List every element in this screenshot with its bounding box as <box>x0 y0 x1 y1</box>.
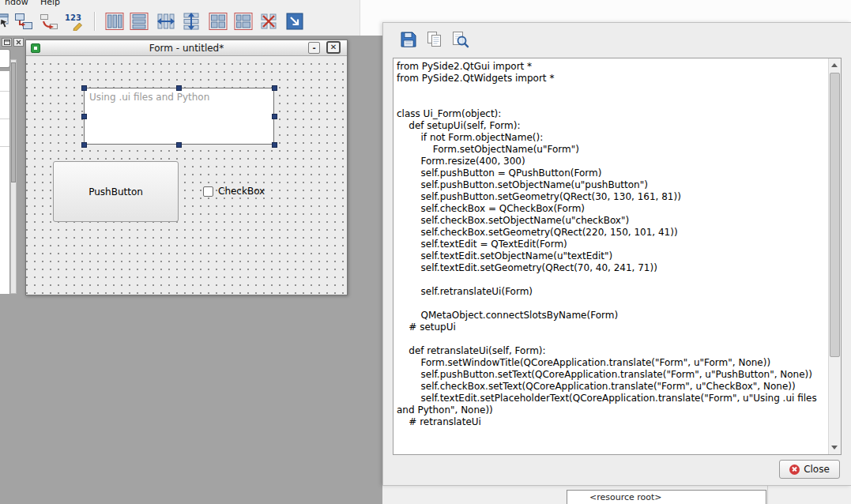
layout-form-icon[interactable] <box>234 12 253 31</box>
scroll-up-icon[interactable] <box>829 58 841 71</box>
form-window-title: Form - untitled* <box>149 43 224 54</box>
selection-handle-sw[interactable] <box>81 142 87 148</box>
widgetbox-list-edge <box>0 71 10 294</box>
close-icon: ✕ <box>330 43 337 51</box>
scrollbar-thumb[interactable] <box>830 73 840 357</box>
svg-text:123: 123 <box>65 13 81 22</box>
selection-handle-w[interactable] <box>81 114 87 119</box>
textedit-widget[interactable]: Using .ui files and Python <box>84 88 274 145</box>
menu-item-help[interactable]: Help <box>40 0 60 7</box>
mdi-area: Form - untitled* - ✕ Using .ui files and… <box>0 36 382 504</box>
list-separator <box>0 146 9 147</box>
widgetbox-filter-input[interactable] <box>0 49 10 68</box>
layout-vertical-icon[interactable] <box>130 12 149 31</box>
panel-divider <box>767 486 768 504</box>
adjust-size-icon[interactable] <box>285 12 304 31</box>
qt-designer-screen: ndow Help 123 <box>0 0 851 504</box>
find-icon[interactable] <box>450 30 469 49</box>
bottom-panel-strip: <resource root> <box>382 486 851 504</box>
edit-tab-order-icon[interactable]: 123 <box>64 12 83 31</box>
window-close-button[interactable]: ✕ <box>326 41 341 54</box>
form-designer-window: Form - untitled* - ✕ Using .ui files and… <box>25 39 348 295</box>
main-toolbar: 123 <box>0 8 360 36</box>
dialog-close-button[interactable]: Close <box>779 460 840 479</box>
close-button-label: Close <box>804 464 830 475</box>
layout-horizontal-splitter-icon[interactable] <box>156 12 175 31</box>
toolbar-separator <box>94 12 95 31</box>
pushbutton-widget[interactable]: PushButton <box>53 161 179 222</box>
selection-handle-se[interactable] <box>272 142 277 148</box>
widgetbox-scrollbar[interactable] <box>10 59 17 294</box>
list-separator <box>0 118 9 119</box>
copy-icon[interactable] <box>425 30 444 49</box>
scrollbar-thumb[interactable] <box>11 62 16 182</box>
code-text: from PySide2.QtGui import * from PySide2… <box>397 61 827 452</box>
selection-handle-e[interactable] <box>272 114 277 119</box>
scroll-down-icon[interactable] <box>829 442 841 454</box>
selection-handle-nw[interactable] <box>81 85 87 91</box>
close-icon <box>16 39 21 45</box>
save-icon[interactable] <box>399 30 418 49</box>
code-view[interactable]: from PySide2.QtGui import * from PySide2… <box>393 58 842 455</box>
form-canvas[interactable]: Using .ui files and Python PushButton Ch… <box>26 57 347 295</box>
layout-grid-icon[interactable] <box>209 12 228 31</box>
edit-widgets-icon[interactable] <box>0 12 11 31</box>
checkbox-label: CheckBox <box>218 186 265 197</box>
break-layout-icon[interactable] <box>259 12 278 31</box>
resource-root-item[interactable]: <resource root> <box>567 490 766 504</box>
form-window-titlebar[interactable]: Form - untitled* - ✕ <box>26 40 347 56</box>
layout-horizontal-icon[interactable] <box>105 12 124 31</box>
close-circle-icon <box>789 465 800 475</box>
pushbutton-label: PushButton <box>88 186 143 197</box>
code-vertical-scrollbar[interactable] <box>828 58 841 454</box>
menubar: ndow Help <box>0 0 360 8</box>
minimize-button[interactable]: - <box>308 42 320 54</box>
edit-signals-slots-icon[interactable] <box>14 12 33 31</box>
list-separator <box>0 91 9 92</box>
selection-handle-ne[interactable] <box>272 85 277 91</box>
minimize-icon: - <box>312 44 315 52</box>
selection-handle-n[interactable] <box>176 85 182 91</box>
designer-form-icon <box>31 43 40 53</box>
layout-vertical-splitter-icon[interactable] <box>182 12 201 31</box>
selection-handle-s[interactable] <box>176 142 182 148</box>
textedit-placeholder: Using .ui files and Python <box>89 92 209 103</box>
dock-close-button[interactable] <box>13 38 24 47</box>
dock-float-button[interactable] <box>2 38 12 47</box>
float-icon <box>4 39 10 45</box>
menu-item-window-clipped[interactable]: ndow <box>5 0 28 7</box>
code-preview-dialog: from PySide2.QtGui import * from PySide2… <box>382 22 851 486</box>
resource-root-label: <resource root> <box>589 492 662 502</box>
checkbox-indicator[interactable] <box>203 186 213 197</box>
edit-buddies-icon[interactable] <box>40 12 58 31</box>
